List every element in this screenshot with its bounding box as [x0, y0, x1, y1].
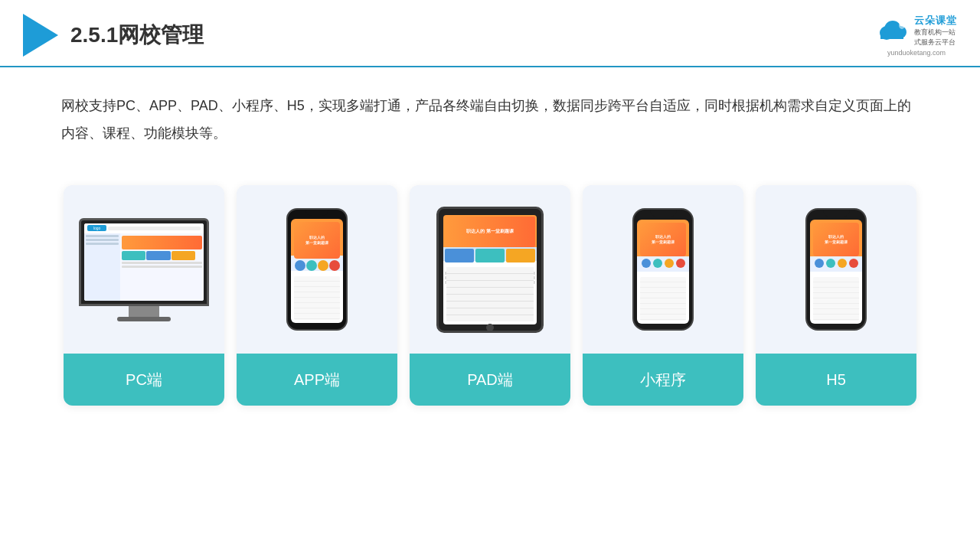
description-text: 网校支持PC、APP、PAD、小程序、H5，实现多端打通，产品各终端自由切换，数… — [61, 92, 919, 147]
page-title: 2.5.1网校管理 — [70, 21, 204, 50]
phone-screen: 职达人的第一堂刷题课 — [291, 219, 343, 323]
card-app-label: APP端 — [237, 354, 397, 406]
header-left: 2.5.1网校管理 — [23, 14, 204, 57]
cloud-icon — [876, 19, 910, 42]
card-h5-image: 职达人的第一堂刷题课 热门课程 — [756, 185, 916, 354]
svg-rect-3 — [880, 33, 903, 39]
card-pad-label: PAD端 — [410, 354, 570, 406]
brand-top: 云朵课堂 教育机构一站 式服务云平台 — [876, 14, 957, 47]
app-phone-mockup: 职达人的第一堂刷题课 — [286, 208, 348, 331]
card-miniprogram-image: 职达人的第一堂刷题课 推荐课程 — [583, 185, 743, 354]
card-app-image: 职达人的第一堂刷题课 — [237, 185, 397, 354]
brand-name: 云朵课堂 — [914, 14, 957, 28]
card-h5-label: H5 — [756, 354, 916, 406]
tablet-home-button — [486, 324, 494, 331]
brand-section: 云朵课堂 教育机构一站 式服务云平台 yunduoketang.com — [876, 14, 957, 56]
pad-tablet-mockup: 职达人的 第一堂刷题课 — [436, 207, 544, 333]
miniprogram-screen: 职达人的第一堂刷题课 推荐课程 — [637, 220, 689, 324]
brand-tagline: 教育机构一站 式服务云平台 — [914, 28, 956, 47]
monitor-stand — [129, 306, 159, 317]
card-h5: 职达人的第一堂刷题课 热门课程 — [756, 185, 916, 406]
card-pc-label: PC端 — [64, 354, 224, 406]
card-miniprogram-label: 小程序 — [583, 354, 743, 406]
phone-notch — [305, 210, 328, 216]
miniprogram-phone-mockup: 职达人的第一堂刷题课 推荐课程 — [632, 208, 694, 331]
card-pc-image: logo — [64, 185, 224, 354]
pc-monitor-screen: logo — [79, 218, 209, 306]
phone-notch-2 — [650, 210, 677, 217]
card-pad: 职达人的 第一堂刷题课 PAD端 — [410, 185, 570, 406]
h5-screen: 职达人的第一堂刷题课 热门课程 — [810, 220, 862, 324]
card-miniprogram: 职达人的第一堂刷题课 推荐课程 — [583, 185, 743, 406]
logo-triangle-icon — [23, 14, 58, 57]
card-app: 职达人的第一堂刷题课 APP端 — [237, 185, 397, 406]
phone-notch-3 — [823, 210, 850, 217]
header: 2.5.1网校管理 云朵课堂 教育机构一站 式服务云平台 yunduok — [0, 0, 980, 67]
description-section: 网校支持PC、APP、PAD、小程序、H5，实现多端打通，产品各终端自由切换，数… — [0, 67, 980, 162]
tablet-screen: 职达人的 第一堂刷题课 — [443, 215, 537, 324]
card-pc: logo — [64, 185, 224, 406]
monitor-base — [117, 317, 171, 321]
brand-text-column: 云朵课堂 教育机构一站 式服务云平台 — [914, 14, 957, 47]
brand-url: yunduoketang.com — [887, 49, 946, 57]
h5-phone-mockup: 职达人的第一堂刷题课 热门课程 — [805, 208, 867, 331]
cards-container: logo — [0, 170, 980, 421]
card-pad-image: 职达人的 第一堂刷题课 — [410, 185, 570, 354]
